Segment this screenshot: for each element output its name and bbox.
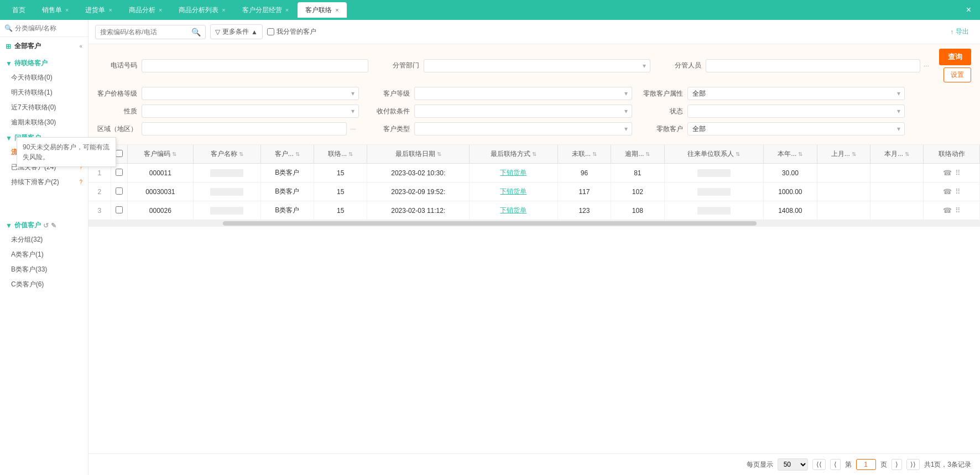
filter-person-input[interactable] — [706, 59, 920, 72]
row-2-contact: 15 — [314, 182, 367, 201]
tab-sales[interactable]: 销售单 × — [34, 2, 76, 18]
filter-dept-select[interactable] — [424, 59, 650, 72]
search-box[interactable]: 🔍 — [95, 25, 206, 39]
sidebar-item-today[interactable]: 今天待联络(0) — [0, 70, 88, 85]
query-button[interactable]: 查询 — [939, 49, 971, 65]
tab-purchase[interactable]: 进货单 × — [77, 2, 119, 18]
value-refresh-icon[interactable]: ↺ — [43, 222, 49, 229]
value-edit-icon[interactable]: ✎ — [51, 222, 56, 229]
row-2-checkbox[interactable] — [116, 187, 123, 195]
page-number-input[interactable] — [856, 459, 876, 470]
more-filter-button[interactable]: ▽ 更多条件 ▲ — [210, 24, 263, 39]
sidebar-search-box[interactable]: 🔍 — [0, 20, 88, 37]
tab-close-analysis[interactable]: × — [159, 7, 162, 13]
filter-region-dots[interactable]: ··· — [347, 125, 359, 133]
collapse-icon[interactable]: « — [79, 43, 82, 49]
row-2-phone-icon[interactable]: ☎ — [943, 187, 952, 196]
filter-payment-select[interactable] — [414, 105, 632, 118]
filter-price-level-select[interactable] — [142, 87, 359, 100]
col-last-way[interactable]: 最后联络方式⇅ — [470, 145, 558, 164]
row-3-last-way-link[interactable]: 下销货单 — [500, 206, 527, 214]
col-this-year[interactable]: 本年...⇅ — [764, 145, 817, 164]
row-1-last-way-link[interactable]: 下销货单 — [500, 169, 527, 176]
filter-retail-attr-wrapper: 全部 — [687, 87, 905, 100]
filter-person-dots[interactable]: ··· — [920, 62, 932, 70]
tab-customer-layer[interactable]: 客户分层经营 × — [234, 2, 296, 18]
row-1-more-icon[interactable]: ⠿ — [955, 169, 961, 177]
tab-close-customer-contact[interactable]: × — [335, 7, 338, 13]
sidebar-item-churn-decline[interactable]: 持续下滑客户(2) ? — [0, 175, 88, 190]
close-all-button[interactable]: × — [962, 3, 976, 17]
last-page-button[interactable]: ⟩⟩ — [906, 459, 920, 470]
next-page-button[interactable]: ⟩ — [892, 459, 902, 470]
row-3-last-way[interactable]: 下销货单 — [470, 201, 558, 220]
row-2-last-way-link[interactable]: 下销货单 — [500, 187, 527, 195]
search-icon-button[interactable]: 🔍 — [191, 28, 201, 36]
tab-close-purchase[interactable]: × — [108, 7, 112, 13]
col-name[interactable]: 客户名称⇅ — [194, 145, 260, 164]
horizontal-scrollbar[interactable] — [88, 220, 980, 227]
filter-row-1: 电话号码 分管部门 分管人员 — [97, 49, 971, 82]
row-2-check[interactable] — [111, 182, 127, 201]
sidebar-item-unsorted[interactable]: 未分组(32) — [0, 232, 88, 247]
col-contact[interactable]: 联络...⇅ — [314, 145, 367, 164]
row-1-phone-icon[interactable]: ☎ — [943, 169, 952, 177]
filter-retail-attr-select[interactable]: 全部 — [687, 87, 905, 100]
row-3-checkbox[interactable] — [116, 206, 123, 213]
row-2-last-way[interactable]: 下销货单 — [470, 182, 558, 201]
filter-customer-type-select[interactable] — [414, 122, 632, 135]
my-customer-checkbox-group[interactable]: 我分管的客户 — [267, 27, 316, 36]
sidebar-item-class-c[interactable]: C类客户(6) — [0, 277, 88, 292]
col-overdue[interactable]: 逾期...⇅ — [611, 145, 664, 164]
filter-region-input[interactable] — [142, 122, 347, 135]
row-2-type: B类客户 — [260, 182, 314, 201]
row-3-num: 3 — [88, 201, 111, 220]
row-1-last-way[interactable]: 下销货单 — [470, 164, 558, 182]
sidebar-item-week7[interactable]: 近7天待联络(0) — [0, 100, 88, 115]
filter-nature-select[interactable] — [142, 105, 359, 118]
row-3-more-icon[interactable]: ⠿ — [955, 206, 961, 215]
col-company-contact[interactable]: 往来单位联系人⇅ — [664, 145, 764, 164]
tab-analysis-list[interactable]: 商品分析列表 × — [171, 2, 233, 18]
row-3-check[interactable] — [111, 201, 127, 220]
col-this-month[interactable]: 本月...⇅ — [870, 145, 924, 164]
prev-page-button[interactable]: ⟨ — [830, 459, 841, 470]
tab-home[interactable]: 首页 — [4, 2, 33, 18]
col-last-month[interactable]: 上月...⇅ — [817, 145, 870, 164]
scroll-thumb[interactable] — [223, 221, 757, 226]
filter-customer-level-select[interactable] — [414, 87, 632, 100]
tab-analysis[interactable]: 商品分析 × — [121, 2, 170, 18]
row-2-more-icon[interactable]: ⠿ — [955, 187, 961, 196]
tab-customer-contact[interactable]: 客户联络 × — [298, 2, 346, 18]
export-button[interactable]: ↑ 导出 — [946, 25, 973, 39]
sidebar-item-class-a[interactable]: A类客户(1) — [0, 247, 88, 262]
page-size-select[interactable]: 50 100 — [778, 458, 808, 471]
sidebar-item-tomorrow[interactable]: 明天待联络(1) — [0, 85, 88, 100]
select-all-checkbox[interactable] — [116, 150, 123, 157]
tab-close-customer-layer[interactable]: × — [285, 7, 289, 13]
sidebar-search-input[interactable] — [15, 24, 88, 32]
filter-retail-attr-label: 零散客户属性 — [643, 89, 687, 98]
settings-button[interactable]: 设置 — [943, 67, 971, 82]
filter-retail-customer-select[interactable]: 全部 — [687, 122, 905, 135]
row-1-checkbox[interactable] — [116, 169, 123, 176]
row-3-phone-icon[interactable]: ☎ — [943, 206, 952, 215]
col-last-date[interactable]: 最后联络日期⇅ — [367, 145, 470, 164]
col-code[interactable]: 客户编码⇅ — [127, 145, 194, 164]
first-page-button[interactable]: ⟨⟨ — [812, 459, 826, 470]
toolbar: 🔍 ▽ 更多条件 ▲ 我分管的客户 ↑ 导出 — [88, 20, 980, 44]
search-input[interactable] — [100, 28, 191, 36]
col-not-contact[interactable]: 未联...⇅ — [557, 145, 611, 164]
sidebar-item-class-b[interactable]: B类客户(33) — [0, 262, 88, 277]
filter-payment-label: 收付款条件 — [370, 107, 414, 116]
filter-status-select[interactable] — [687, 105, 905, 118]
filter-dept: 分管部门 — [379, 59, 650, 72]
sidebar-item-overdue[interactable]: 逾期未联络(30) — [0, 115, 88, 130]
sort-name-icon: ⇅ — [239, 151, 243, 157]
my-customer-checkbox[interactable] — [267, 28, 274, 35]
col-type[interactable]: 客户...⇅ — [260, 145, 314, 164]
all-customers-header[interactable]: ⊞ 全部客户 « — [0, 37, 88, 55]
filter-phone-input[interactable] — [142, 59, 368, 72]
tab-close-sales[interactable]: × — [65, 7, 69, 13]
tab-close-analysis-list[interactable]: × — [222, 7, 225, 13]
